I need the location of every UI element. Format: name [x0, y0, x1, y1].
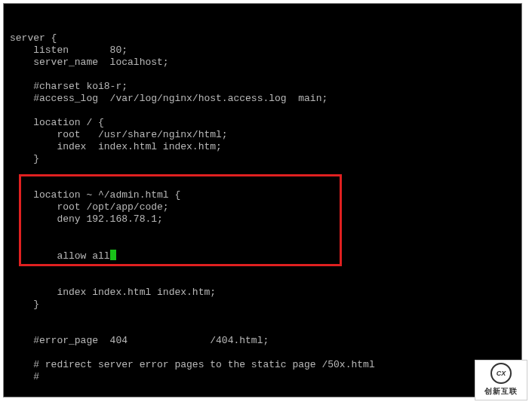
config-line: [10, 347, 515, 359]
watermark-label: 创新互联: [484, 385, 518, 397]
allow-text-prefix: allow all: [10, 250, 110, 262]
config-line: [10, 177, 515, 189]
config-line: server_name localhost;: [10, 57, 515, 69]
watermark-logo: CX: [490, 363, 512, 384]
config-line: server {: [10, 32, 515, 44]
config-line: #charset koi8-r;: [10, 81, 515, 93]
config-line: index index.html index.htm;: [10, 287, 515, 299]
config-line: listen 80;: [10, 44, 515, 57]
config-line: root /opt/app/code;: [10, 201, 515, 213]
config-line: [10, 69, 515, 81]
config-line: #: [10, 371, 515, 383]
config-line: #error_page 404 /404.html;: [10, 335, 515, 347]
config-lines-before: server { listen 80; server_name localhos…: [10, 32, 515, 226]
config-line: location / {: [10, 117, 515, 129]
terminal-cursor: [110, 250, 116, 260]
config-line-allow: allow all: [10, 250, 515, 262]
config-line: [10, 311, 515, 323]
terminal-window: server { listen 80; server_name localhos…: [3, 3, 522, 397]
config-line: # redirect server error pages to the sta…: [10, 359, 515, 371]
config-line: deny 192.168.78.1;: [10, 213, 515, 226]
config-line: index index.html index.htm;: [10, 141, 515, 153]
config-line: [10, 383, 515, 395]
config-line: [10, 165, 515, 177]
config-line: #access_log /var/log/nginx/host.access.l…: [10, 93, 515, 105]
config-line: }: [10, 299, 515, 311]
watermark-stamp: CX 创新互联: [475, 360, 527, 400]
config-line: }: [10, 153, 515, 165]
config-line: [10, 323, 515, 335]
config-line: root /usr/share/nginx/html;: [10, 129, 515, 141]
config-line: error_page 500 502 503 504 /50x.html;: [10, 395, 515, 397]
config-lines-after: index index.html index.htm; } #error_pag…: [10, 287, 515, 397]
config-line: location ~ ^/admin.html {: [10, 189, 515, 201]
config-line: [10, 105, 515, 117]
